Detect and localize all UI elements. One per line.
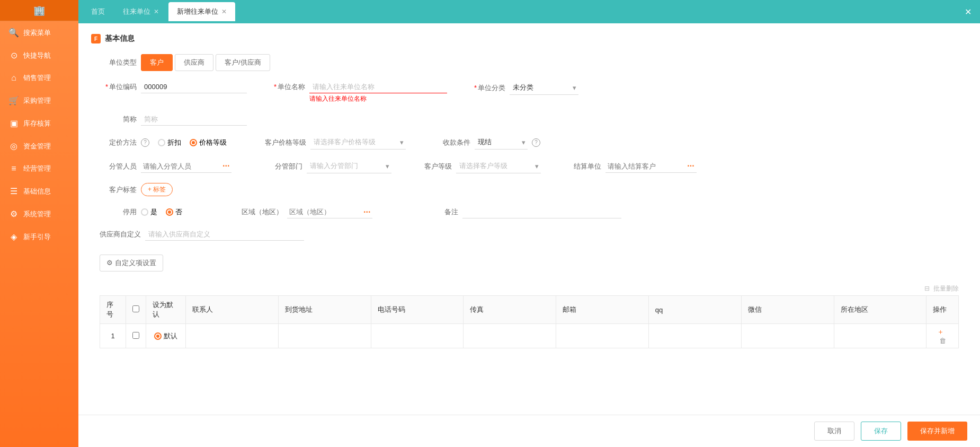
region-input[interactable] bbox=[287, 206, 361, 218]
pricing-radio-group: 折扣 价格等级 bbox=[158, 138, 227, 147]
pricing-discount-option[interactable]: 折扣 bbox=[158, 138, 181, 147]
department-select[interactable]: 请输入分管部门 bbox=[307, 159, 391, 173]
supplier-custom-input[interactable] bbox=[145, 228, 304, 241]
save-button[interactable]: 保存 bbox=[861, 422, 901, 441]
disabled-field: 停用 是 否 bbox=[100, 207, 182, 217]
unit-name-error: 请输入往来单位名称 bbox=[309, 94, 367, 103]
home-icon: ⌂ bbox=[8, 73, 19, 83]
payment-terms-select[interactable]: 现结 bbox=[475, 135, 528, 150]
col-qq: qq bbox=[648, 296, 741, 324]
cancel-button[interactable]: 取消 bbox=[814, 422, 854, 441]
remarks-input[interactable] bbox=[462, 206, 621, 218]
tab-counterparty-close[interactable]: ✕ bbox=[154, 8, 159, 15]
sidebar-item-finance[interactable]: ◎ 资金管理 bbox=[0, 135, 78, 157]
cell-region bbox=[834, 324, 926, 348]
money-icon: ◎ bbox=[8, 141, 19, 151]
cell-address bbox=[278, 324, 371, 348]
sidebar-item-quick-nav[interactable]: ⊙ 快捷导航 bbox=[0, 44, 78, 67]
cell-checkbox[interactable] bbox=[126, 324, 146, 348]
window-close-button[interactable]: ✕ bbox=[960, 5, 976, 19]
disabled-no-radio bbox=[166, 208, 173, 216]
sidebar-item-label: 库存核算 bbox=[23, 119, 51, 128]
manager-more-btn[interactable]: ··· bbox=[220, 161, 231, 171]
settlement-unit-more-btn[interactable]: ··· bbox=[685, 161, 696, 171]
address-input[interactable] bbox=[285, 332, 364, 340]
disabled-no-option[interactable]: 否 bbox=[166, 207, 182, 217]
col-default: 设为默认 bbox=[146, 296, 186, 324]
sidebar-item-operations[interactable]: ≡ 经营管理 bbox=[0, 157, 78, 180]
bottom-bar: 取消 保存 保存并新增 bbox=[78, 415, 980, 447]
sidebar-item-basic-info[interactable]: ☰ 基础信息 bbox=[0, 180, 78, 203]
manager-input[interactable] bbox=[141, 160, 220, 172]
manager-label: 分管人员 bbox=[100, 162, 137, 171]
email-input[interactable] bbox=[563, 332, 642, 340]
col-seq: 序号 bbox=[100, 296, 126, 324]
cell-qq bbox=[648, 324, 741, 348]
cell-default: 默认 bbox=[146, 324, 186, 348]
disabled-radio-group: 是 否 bbox=[141, 207, 182, 217]
sidebar-item-purchase[interactable]: 🛒 采购管理 bbox=[0, 89, 78, 112]
pricing-level-option[interactable]: 价格等级 bbox=[190, 138, 227, 147]
tab-counterparty[interactable]: 往来单位 ✕ bbox=[114, 2, 167, 21]
unit-category-value: 未分类 bbox=[510, 81, 578, 95]
phone-input[interactable] bbox=[378, 332, 457, 340]
payment-terms-value: 现结 bbox=[475, 135, 528, 150]
wechat-input[interactable] bbox=[748, 332, 827, 340]
customer-price-level-select[interactable]: 请选择客户价格等级 bbox=[310, 135, 406, 150]
add-tag-button[interactable]: + 标签 bbox=[141, 183, 173, 196]
customer-price-level-field: 客户价格等级 请选择客户价格等级 bbox=[265, 135, 406, 150]
settlement-unit-input[interactable] bbox=[605, 160, 685, 172]
payment-terms-help-icon[interactable]: ? bbox=[532, 138, 540, 147]
settlement-unit-label: 结算单位 bbox=[564, 162, 601, 171]
unit-name-field: 单位名称 请输入往来单位名称 bbox=[268, 81, 447, 103]
tab-home-label: 首页 bbox=[91, 7, 105, 16]
delete-row-btn[interactable]: 🗑 bbox=[939, 337, 946, 345]
unit-type-customer-btn[interactable]: 客户 bbox=[141, 54, 173, 71]
tab-new-counterparty[interactable]: 新增往来单位 ✕ bbox=[168, 2, 235, 21]
sidebar-logo: 🏢 bbox=[0, 0, 78, 21]
save-and-new-button[interactable]: 保存并新增 bbox=[907, 422, 967, 441]
unit-type-both-btn[interactable]: 客户/供应商 bbox=[216, 54, 270, 71]
customer-price-level-label: 客户价格等级 bbox=[265, 138, 306, 147]
unit-name-label: 单位名称 bbox=[268, 82, 305, 92]
cell-contact bbox=[185, 324, 278, 348]
manager-row: 分管人员 ··· 分管部门 请输入分管部门 客户等级 请选择客户等级 bbox=[100, 159, 959, 173]
sidebar-item-guide[interactable]: ◈ 新手引导 bbox=[0, 225, 78, 248]
contact-table: 序号 设为默认 联系人 到货地址 电话号码 传真 邮箱 qq 微信 所在地区 操… bbox=[100, 295, 959, 348]
disabled-no-label: 否 bbox=[175, 207, 182, 217]
unit-name-input[interactable] bbox=[309, 81, 447, 93]
short-name-input[interactable] bbox=[141, 113, 247, 126]
select-all-checkbox[interactable] bbox=[132, 305, 139, 312]
batch-delete-btn[interactable]: ⊟ 批量删除 bbox=[924, 285, 959, 292]
tab-new-counterparty-close[interactable]: ✕ bbox=[221, 8, 227, 15]
pricing-method-label: 定价方法 bbox=[100, 138, 137, 147]
pricing-level-label: 价格等级 bbox=[199, 138, 227, 147]
unit-category-select-wrapper[interactable]: 未分类 bbox=[510, 81, 578, 95]
sidebar-item-search[interactable]: 🔍 搜索菜单 bbox=[0, 21, 78, 44]
custom-settings-button[interactable]: ⚙ 自定义项设置 bbox=[100, 255, 163, 271]
contact-input[interactable] bbox=[192, 332, 272, 340]
default-radio-item[interactable]: 默认 bbox=[153, 331, 179, 341]
sidebar-item-system[interactable]: ⚙ 系统管理 bbox=[0, 203, 78, 225]
region-more-btn[interactable]: ··· bbox=[361, 207, 372, 217]
row-checkbox[interactable] bbox=[132, 332, 139, 339]
pricing-help-icon[interactable]: ? bbox=[141, 138, 149, 147]
cart-icon: 🛒 bbox=[8, 95, 19, 106]
batch-delete-area: ⊟ 批量删除 bbox=[91, 282, 967, 295]
unit-code-input[interactable] bbox=[141, 81, 247, 93]
disabled-yes-option[interactable]: 是 bbox=[141, 207, 157, 217]
unit-type-supplier-btn[interactable]: 供应商 bbox=[175, 54, 213, 71]
sidebar-item-sales[interactable]: ⌂ 销售管理 bbox=[0, 67, 78, 89]
section-icon: F bbox=[91, 34, 101, 43]
add-row-btn[interactable]: ＋ bbox=[937, 328, 944, 336]
table-region-input[interactable] bbox=[841, 332, 920, 340]
tab-new-counterparty-label: 新增往来单位 bbox=[177, 7, 218, 16]
tab-home[interactable]: 首页 bbox=[83, 2, 113, 21]
qq-input[interactable] bbox=[655, 332, 735, 340]
table-header-row: 序号 设为默认 联系人 到货地址 电话号码 传真 邮箱 qq 微信 所在地区 操… bbox=[100, 296, 959, 324]
fax-input[interactable] bbox=[470, 332, 549, 340]
customer-level-select[interactable]: 请选择客户等级 bbox=[456, 159, 541, 173]
sidebar-item-inventory[interactable]: ▣ 库存核算 bbox=[0, 112, 78, 135]
manager-field: 分管人员 ··· bbox=[100, 160, 231, 173]
chart-icon: ≡ bbox=[8, 164, 19, 173]
